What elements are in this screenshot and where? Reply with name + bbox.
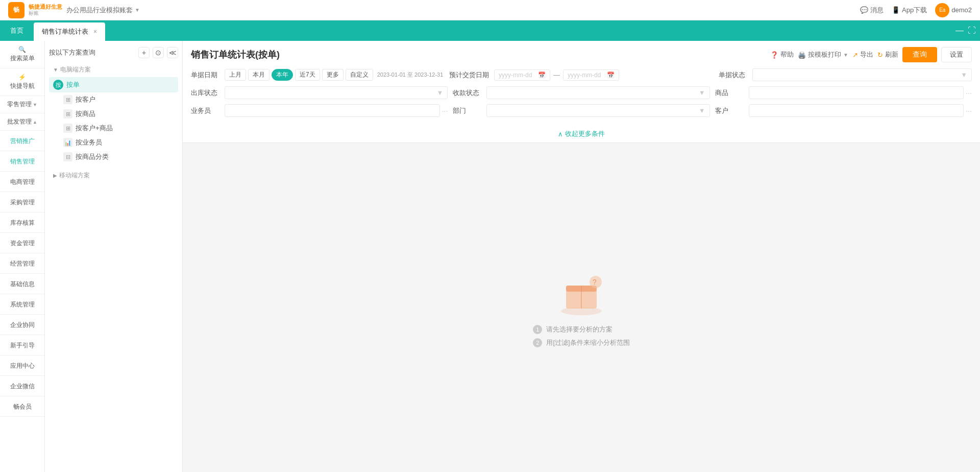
expected-date-to-input[interactable]: yyyy-mm-dd 📅: [563, 69, 619, 81]
filter-row-1: 单据日期 上月 本月 本年 近7天 更多 自定义 2023-01-01 至 20…: [191, 68, 972, 81]
scheme-label: 按以下方案查询: [49, 48, 95, 57]
main-layout: 🔍 搜索菜单 ⚡ 快捷导航 零售管理 ▼ 批发管理 ▲ 营销推广 销售管理 电商…: [0, 41, 980, 472]
calendar-from-icon[interactable]: 📅: [538, 72, 546, 79]
breadcrumb-arrow[interactable]: ▼: [135, 7, 140, 13]
sidebar-item-wechat[interactable]: 企业微信: [0, 376, 44, 396]
empty-svg: ?: [551, 268, 612, 319]
sidebar-item-sales[interactable]: 销售管理: [0, 151, 44, 172]
hint-1-text: 请先选择要分析的方案: [546, 325, 612, 334]
expected-date-label: 预计交货日期: [449, 70, 489, 80]
sidebar-item-basic[interactable]: 基础信息: [0, 274, 44, 294]
last7-btn[interactable]: 近7天: [295, 69, 320, 81]
customer-dots[interactable]: ···: [966, 107, 972, 115]
export-icon: ↗: [852, 51, 858, 59]
sidebar-item-enterprise[interactable]: 企业协同: [0, 315, 44, 335]
sidebar-item-newbie[interactable]: 新手引导: [0, 335, 44, 356]
left-panel-actions: + ⊙ ≪: [138, 47, 178, 58]
maximize-icon[interactable]: ⛶: [968, 26, 976, 35]
edit-scheme-button[interactable]: ⊙: [153, 47, 164, 58]
add-scheme-button[interactable]: +: [138, 47, 150, 58]
empty-hint-2: 2 用[过滤]条件来缩小分析范围: [533, 338, 629, 347]
scheme-by-salesperson[interactable]: 📊 按业务员: [49, 135, 178, 150]
scheme-by-customer-icon: ⊞: [63, 95, 72, 104]
avatar: Ea: [935, 3, 949, 17]
message-button[interactable]: 💬 消息: [860, 6, 884, 15]
expected-date-from-input[interactable]: yyyy-mm-dd 📅: [494, 69, 550, 81]
sidebar-item-inventory[interactable]: 库存核算: [0, 213, 44, 233]
collapse-icon: ∧: [558, 130, 563, 138]
export-button[interactable]: ↗ 导出: [852, 50, 873, 59]
top-bar-left: 畅 畅捷通好生意 标账 办公用品行业模拟账套 ▼: [8, 2, 140, 18]
out-status-label: 出库状态: [191, 88, 219, 98]
collapse-panel-button[interactable]: ≪: [167, 47, 178, 58]
expected-date-group: yyyy-mm-dd 📅 — yyyy-mm-dd 📅: [494, 69, 714, 81]
minimize-icon[interactable]: —: [955, 26, 964, 35]
svg-text:?: ?: [593, 278, 597, 286]
last-month-btn[interactable]: 上月: [225, 69, 246, 81]
out-status-select[interactable]: ▼: [225, 86, 448, 99]
refresh-button[interactable]: ↻ 刷新: [877, 50, 898, 59]
tab-close-button[interactable]: ×: [93, 28, 97, 35]
sidebar-item-member[interactable]: 畅会员: [0, 396, 44, 417]
mobile-section: ▶ 移动端方案: [49, 168, 178, 183]
pay-status-select[interactable]: ▼: [486, 86, 709, 99]
collapse-filter-button[interactable]: ∧ 收起更多条件: [191, 125, 972, 143]
more-btn[interactable]: 更多: [322, 69, 344, 81]
empty-state: ? 1 请先选择要分析的方案 2 用[过滤]条件来缩小分析范围: [183, 143, 980, 472]
salesperson-dots[interactable]: ···: [442, 107, 448, 115]
help-button[interactable]: ❓ 帮助: [770, 50, 794, 59]
hint-2-text: 用[过滤]条件来缩小分析范围: [546, 338, 629, 347]
this-year-btn[interactable]: 本年: [272, 69, 293, 81]
out-status-arrow: ▼: [436, 89, 443, 97]
tab-sales-order-stat[interactable]: 销售订单统计表 ×: [34, 22, 105, 41]
bill-date-label: 单据日期: [191, 70, 219, 80]
tab-home[interactable]: 首页: [0, 20, 34, 41]
this-month-btn[interactable]: 本月: [248, 69, 270, 81]
date-filter-group: 上月 本月 本年 近7天 更多 自定义 2023-01-01 至 2023-12…: [225, 69, 444, 81]
scheme-by-category-icon: ⊟: [63, 152, 72, 161]
hint-2-num: 2: [533, 338, 542, 347]
sidebar-item-ecommerce[interactable]: 电商管理: [0, 172, 44, 192]
customer-input[interactable]: [749, 104, 964, 117]
bill-status-select[interactable]: ▼: [752, 68, 972, 81]
scheme-by-category[interactable]: ⊟ 按商品分类: [49, 150, 178, 164]
sidebar-item-app-center[interactable]: 应用中心: [0, 356, 44, 376]
scheme-by-customer-product[interactable]: ⊞ 按客户+商品: [49, 121, 178, 135]
department-select[interactable]: ▼: [486, 104, 709, 117]
sidebar-item-retail[interactable]: 零售管理 ▼: [0, 96, 44, 113]
custom-btn[interactable]: 自定义: [346, 69, 373, 81]
calendar-to-icon[interactable]: 📅: [607, 72, 615, 79]
template-print-button[interactable]: 🖨️ 按模板打印 ▼: [798, 50, 848, 59]
tab-bar: 首页 销售订单统计表 × — ⛶: [0, 20, 980, 41]
sidebar-item-shortcut[interactable]: ⚡ 快捷导航: [0, 68, 44, 96]
scheme-by-customer[interactable]: ⊞ 按客户: [49, 92, 178, 107]
empty-hints: 1 请先选择要分析的方案 2 用[过滤]条件来缩小分析范围: [533, 325, 629, 347]
app-download-button[interactable]: 📱 App下载: [892, 6, 927, 15]
sidebar-item-operations[interactable]: 经营管理: [0, 253, 44, 274]
sidebar-item-finance[interactable]: 资金管理: [0, 233, 44, 253]
mobile-section-label: 移动端方案: [59, 171, 90, 180]
user-avatar-button[interactable]: Ea demo2: [935, 3, 972, 17]
sidebar-item-purchase[interactable]: 采购管理: [0, 192, 44, 213]
query-button[interactable]: 查询: [902, 47, 937, 62]
scheme-by-order-icon: 按: [53, 80, 63, 90]
top-bar: 畅 畅捷通好生意 标账 办公用品行业模拟账套 ▼ 💬 消息 📱 App下载 Ea…: [0, 0, 980, 20]
tab-bar-actions: — ⛶: [955, 26, 976, 35]
settings-button[interactable]: 设置: [941, 47, 972, 62]
department-arrow: ▼: [699, 107, 705, 114]
product-input[interactable]: [749, 86, 964, 99]
filter-row-2: 出库状态 ▼ 收款状态 ▼ 商品 ···: [191, 86, 972, 99]
sidebar-item-wholesale[interactable]: 批发管理 ▲: [0, 113, 44, 131]
scheme-by-product[interactable]: ⊞ 按商品: [49, 107, 178, 121]
scheme-by-product-icon: ⊞: [63, 109, 72, 119]
product-label: 商品: [715, 88, 744, 98]
logo: 畅: [8, 2, 24, 18]
scheme-by-order[interactable]: 按 按单: [49, 77, 178, 92]
product-dots[interactable]: ···: [966, 89, 972, 97]
sidebar-item-system[interactable]: 系统管理: [0, 294, 44, 315]
sidebar-item-search[interactable]: 🔍 搜索菜单: [0, 41, 44, 68]
sidebar-item-marketing[interactable]: 营销推广: [0, 131, 44, 151]
salesperson-input[interactable]: [225, 104, 440, 117]
empty-illustration: ?: [551, 268, 612, 319]
print-icon: 🖨️: [798, 51, 806, 59]
